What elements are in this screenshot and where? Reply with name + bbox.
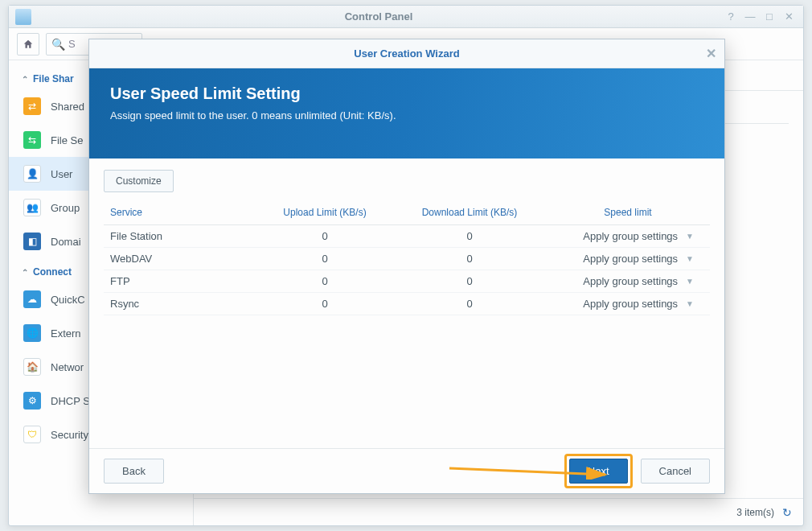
folder-share-icon: ⇄	[23, 97, 41, 115]
cell-service: Rsync	[104, 298, 256, 310]
chevron-down-icon: ▼	[686, 254, 694, 263]
chevron-down-icon: ▼	[686, 232, 694, 241]
chevron-down-icon: ▼	[686, 277, 694, 286]
speed-limit-table: Service Upload Limit (KB/s) Download Lim…	[104, 200, 710, 315]
refresh-button[interactable]: ↻	[782, 506, 792, 519]
cell-upload: 0	[256, 253, 393, 265]
user-icon: 👤	[23, 165, 41, 183]
shield-icon: 🛡	[23, 426, 41, 443]
chevron-up-icon: ⌃	[22, 268, 28, 277]
cell-service: File Station	[104, 230, 256, 242]
cell-speed-limit-dropdown[interactable]: Apply group settings▼	[546, 298, 710, 310]
modal-banner: User Speed Limit Setting Assign speed li…	[89, 68, 724, 158]
globe-icon: 🌐	[23, 324, 41, 342]
cell-upload: 0	[256, 230, 393, 242]
chevron-up-icon: ⌃	[22, 75, 28, 84]
customize-button[interactable]: Customize	[104, 170, 174, 192]
status-bar: 3 item(s) ↻	[194, 498, 803, 525]
app-icon	[15, 9, 31, 25]
group-icon: 👥	[23, 199, 41, 216]
cell-service: WebDAV	[104, 253, 256, 265]
modal-body: Customize Service Upload Limit (KB/s) Do…	[89, 158, 724, 448]
cell-service: FTP	[104, 275, 256, 287]
dhcp-icon: ⚙	[23, 392, 41, 410]
back-button[interactable]: Back	[104, 459, 164, 484]
cell-speed-limit-dropdown[interactable]: Apply group settings▼	[546, 253, 710, 265]
cell-download: 0	[393, 253, 546, 265]
cell-download: 0	[393, 275, 546, 287]
minimize-button[interactable]: —	[742, 10, 758, 23]
modal-close-button[interactable]: ✕	[706, 46, 716, 61]
chevron-down-icon: ▼	[686, 299, 694, 308]
close-button[interactable]: ✕	[781, 10, 797, 23]
user-creation-wizard-modal: User Creation Wizard ✕ User Speed Limit …	[88, 39, 725, 494]
col-speed-limit[interactable]: Speed limit	[546, 207, 710, 218]
search-placeholder: S	[68, 38, 76, 50]
cell-download: 0	[393, 230, 546, 242]
modal-title: User Creation Wizard	[354, 47, 459, 60]
modal-subheading: Assign speed limit to the user. 0 means …	[110, 109, 703, 121]
modal-heading: User Speed Limit Setting	[110, 84, 703, 103]
cell-upload: 0	[256, 298, 393, 310]
table-row[interactable]: FTP 0 0 Apply group settings▼	[104, 270, 710, 293]
cell-download: 0	[393, 298, 546, 310]
col-download[interactable]: Download Limit (KB/s)	[393, 207, 546, 218]
item-count: 3 item(s)	[736, 507, 774, 518]
col-service[interactable]: Service	[104, 207, 256, 218]
cancel-button[interactable]: Cancel	[641, 459, 710, 484]
home-button[interactable]	[17, 33, 39, 56]
network-icon: 🏠	[23, 358, 41, 376]
next-button[interactable]: Next	[569, 459, 628, 484]
cell-speed-limit-dropdown[interactable]: Apply group settings▼	[546, 275, 710, 287]
table-row[interactable]: WebDAV 0 0 Apply group settings▼	[104, 248, 710, 270]
cell-speed-limit-dropdown[interactable]: Apply group settings▼	[546, 230, 710, 242]
modal-footer: Back Next Cancel	[89, 448, 724, 493]
cell-upload: 0	[256, 275, 393, 287]
search-icon: 🔍	[51, 38, 65, 51]
annotation-highlight: Next	[564, 454, 633, 488]
col-upload[interactable]: Upload Limit (KB/s)	[256, 207, 393, 218]
table-header: Service Upload Limit (KB/s) Download Lim…	[104, 200, 710, 225]
modal-titlebar: User Creation Wizard ✕	[89, 39, 724, 68]
home-icon	[23, 39, 34, 50]
table-row[interactable]: File Station 0 0 Apply group settings▼	[104, 225, 710, 248]
maximize-button[interactable]: □	[761, 10, 777, 23]
domain-icon: ◧	[23, 233, 41, 250]
table-row[interactable]: Rsync 0 0 Apply group settings▼	[104, 293, 710, 315]
window-title: Control Panel	[38, 10, 720, 23]
cloud-icon: ☁	[23, 290, 41, 308]
titlebar: Control Panel ? — □ ✕	[9, 6, 803, 28]
help-button[interactable]: ?	[723, 10, 739, 23]
file-services-icon: ⇆	[23, 131, 41, 149]
